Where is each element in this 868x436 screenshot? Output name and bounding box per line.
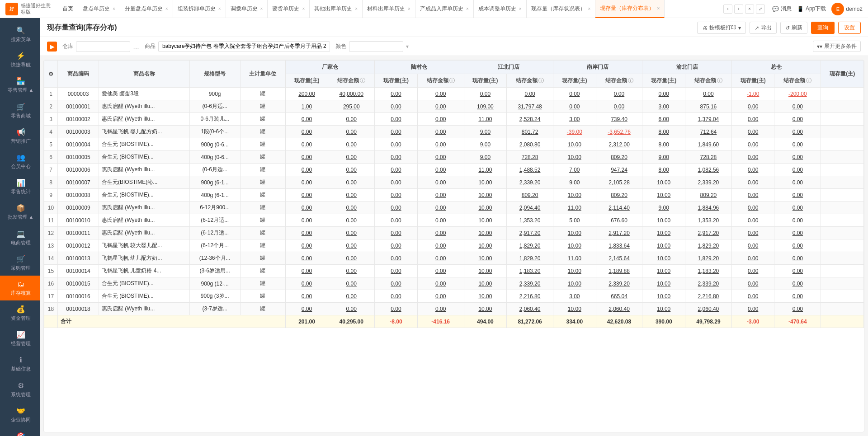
close-icon[interactable]: × [355,6,358,11]
message-btn[interactable]: 💬 消息 [772,5,792,13]
app-download-btn[interactable]: 📱 App下载 [797,5,826,13]
sidebar-item-member[interactable]: 👥 会员中心 [0,149,40,174]
tab-requisition[interactable]: 要货单历史 × [268,0,310,18]
sidebar-item-purchase[interactable]: 🛒 采购管理 [0,250,40,276]
tab-sub-inventory[interactable]: 分量盘点单历史 × [120,0,173,18]
seq-cell: 11 [44,214,58,227]
unit-cell: 罐 [240,227,285,239]
sidebar-item-nav[interactable]: ⚡ 快捷导航 [0,47,40,72]
tab-stock-status[interactable]: 现存量（库存状况表）× [527,0,596,18]
footer-cj-qty: 201.00 [285,315,328,328]
user-menu[interactable]: E demo2 [831,3,863,15]
nav-next[interactable]: › [734,5,743,14]
cell-value: 11.00 [553,252,596,265]
tab-material-out[interactable]: 材料出库单历史 × [363,0,415,18]
jb-amt-header: 结存金额i [507,74,553,88]
tab-transfer[interactable]: 调拨单历史 × [226,0,268,18]
close-icon[interactable]: × [466,6,469,11]
color-input[interactable] [349,41,403,52]
print-btn[interactable]: 🖨 按模板打印 ▾ [697,22,746,34]
close-icon[interactable]: × [113,6,115,11]
close-icon[interactable]: × [657,6,660,11]
sidebar-item-marketing[interactable]: 📢 营销推广 [0,123,40,149]
unit-cell: 罐 [240,265,285,277]
product-input[interactable] [158,41,330,52]
cell-value: 0.00 [417,189,464,202]
tab-product-in[interactable]: 产成品入库单历史 × [415,0,474,18]
tab-assembly[interactable]: 组装拆卸单历史 × [173,0,226,18]
close-icon[interactable]: × [588,6,591,11]
cur-group-header: 现存量(主) [821,61,864,88]
sidebar-item-finance[interactable]: 💰 资金管理 [0,300,40,326]
filter-expand-btn[interactable]: ▶ [47,42,57,52]
warehouse-input[interactable] [76,41,130,52]
sidebar-item-ecommerce[interactable]: 💻 电商管理 [0,225,40,250]
refresh-btn[interactable]: ↺ 刷新 [780,22,807,34]
sidebar-item-search[interactable]: 🔍 搜索英单 [0,22,40,47]
close-icon[interactable]: × [260,6,263,11]
cell-value: 0.00 [328,227,375,239]
header-actions: 🖨 按模板打印 ▾ ↗ 导出 ↺ 刷新 查询 设置 [697,22,861,34]
sidebar-item-collab[interactable]: 🤝 企业协同 [0,402,40,427]
close-icon[interactable]: × [408,6,410,11]
cell-value: 0.00 [285,227,328,239]
sidebar-item-guide[interactable]: 🎯 新手引导 [0,427,40,436]
table-row: 4 00100003 飞鹤星飞帆 婴儿配方奶... 1段(0-6个... 罐 0… [44,126,864,138]
chevron-down-icon: ▾ [738,25,741,31]
close-icon[interactable]: × [519,6,522,11]
cell-value: 0.00 [596,88,642,100]
cell-value: 0.00 [774,176,821,189]
sidebar-item-system[interactable]: ⚙ 系统管理 [0,377,40,402]
info-icon[interactable]: i [806,78,811,83]
close-icon[interactable]: × [165,6,168,11]
query-btn[interactable]: 查询 [811,22,835,34]
footer-jb-amt: 81,272.06 [507,315,553,328]
cell-value: 0.00 [774,252,821,265]
gear-icon: ⚙ [18,381,24,390]
expand-more-btn[interactable]: ▾▾ 展开更多条件 [813,41,861,52]
nav-prev[interactable]: ‹ [723,5,732,14]
cell-value: 0.00 [774,214,821,227]
unit-cell: 罐 [240,176,285,189]
tab-home[interactable]: 首页 [58,0,78,18]
info-icon[interactable]: i [717,78,722,83]
spec-cell: 1段(0-6个... [189,126,240,138]
name-cell: 合生元 (BIOSTIME)... [99,138,190,151]
cell-value: 2,917.20 [596,227,642,239]
cell-value: 1,379.04 [685,113,732,126]
cell-value: 0.00 [731,214,774,227]
sidebar-item-wholesale[interactable]: 📦 批发管理 ▲ [0,199,40,225]
nav-close[interactable]: × [745,5,754,14]
cell-value: 0.00 [417,202,464,214]
sidebar-item-retail-stats[interactable]: 📊 零售统计 [0,174,40,199]
nav-expand[interactable]: ⤢ [756,5,765,14]
sidebar-item-retail-mgmt[interactable]: 🏪 零售管理 ▲ [0,72,40,98]
tab-stock-dist[interactable]: 现存量（库存分布表）× [595,0,665,18]
sidebar-item-inventory[interactable]: 🗂 库存核算 [0,276,40,300]
info-icon[interactable]: i [628,78,633,83]
cur-cell [821,151,864,164]
close-icon[interactable]: × [302,6,305,11]
tab-inventory-check[interactable]: 盘点单历史 × [78,0,120,18]
cell-value: 1,849.60 [685,138,732,151]
sidebar-item-retail-mall[interactable]: 🛒 零售商城 [0,98,40,123]
export-btn[interactable]: ↗ 导出 [750,22,777,34]
cell-value: 2,216.80 [507,290,553,303]
info-icon[interactable]: i [449,78,455,83]
sidebar-item-label: 库存核算 [11,290,31,296]
sidebar-item-basics[interactable]: ℹ 基础信息 [0,351,40,376]
tab-cost-adjust[interactable]: 成本调整单历史 × [474,0,527,18]
tab-other-out[interactable]: 其他出库单历史 × [310,0,363,18]
info-icon[interactable]: i [538,78,544,83]
gear-col-header[interactable]: ⚙ [44,61,58,88]
warehouse-dots: … [133,43,139,50]
sidebar-item-operations[interactable]: 📈 经营管理 [0,326,40,351]
close-icon[interactable]: × [218,6,221,11]
cell-value: 1,833.64 [596,239,642,252]
cell-value: 0.00 [731,126,774,138]
info-icon[interactable]: i [360,78,365,83]
cell-value: 0.00 [642,88,685,100]
cell-value: 0.00 [375,252,418,265]
setting-btn[interactable]: 设置 [838,22,861,34]
table-row: 3 00100002 惠氏启醒 (Wyeth illu... 0-6月装儿...… [44,113,864,126]
